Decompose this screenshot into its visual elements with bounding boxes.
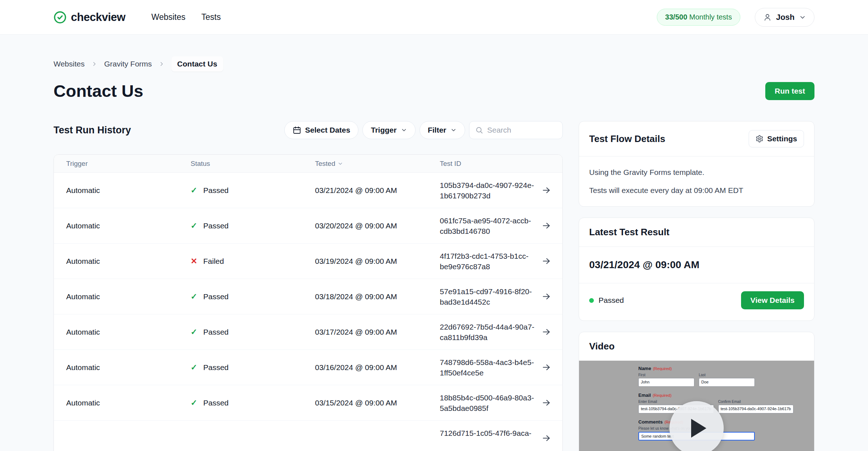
flow-schedule-text: Tests will execute every day at 09:00 AM… — [589, 186, 804, 195]
page-title: Contact Us — [54, 81, 143, 101]
status-label: Passed — [203, 363, 229, 372]
status-x-icon: ✕ — [191, 257, 199, 266]
search-icon — [475, 126, 483, 134]
right-sidebar: Test Flow Details Settings Using the Gra… — [579, 121, 814, 451]
search-input[interactable] — [487, 126, 557, 134]
cell-test-id: 105b3794-da0c-4907-924e-1b61790b273d — [440, 180, 541, 201]
monthly-tests-label: Monthly tests — [689, 13, 732, 21]
status-label: Passed — [203, 222, 229, 230]
cell-tested: 03/20/2024 @ 09:00 AM — [315, 222, 440, 230]
cell-status: ✕ Failed — [191, 257, 315, 266]
table-row[interactable]: Automatic ✓ Passed 03/16/2024 @ 09:00 AM… — [54, 350, 562, 385]
run-test-button[interactable]: Run test — [765, 82, 814, 100]
breadcrumb: Websites Gravity Forms Contact Us — [54, 56, 814, 72]
video-player[interactable]: Name(Required) First John Last Doe — [579, 361, 814, 451]
table-row[interactable]: Automatic ✕ Failed 03/19/2024 @ 09:00 AM… — [54, 244, 562, 279]
row-arrow-icon[interactable] — [541, 433, 554, 443]
monthly-tests-badge: 33/500 Monthly tests — [657, 9, 740, 26]
status-check-icon: ✓ — [191, 398, 199, 408]
latest-result-date: 03/21/2024 @ 09:00 AM — [579, 247, 814, 283]
nav-link-websites[interactable]: Websites — [152, 12, 186, 22]
status-label: Passed — [203, 399, 229, 407]
cell-test-id: 748798d6-558a-4ac3-b4e5-1ff50ef4ce5e — [440, 357, 541, 378]
nav-right-cluster: 33/500 Monthly tests Josh — [657, 8, 814, 27]
logo-text: checkview — [71, 11, 125, 24]
cell-trigger: Automatic — [66, 328, 191, 336]
cell-trigger: Automatic — [66, 292, 191, 301]
top-navbar: checkview Websites Tests 33/500 Monthly … — [0, 0, 868, 35]
row-arrow-icon[interactable] — [541, 292, 554, 301]
cell-status: ✓ Passed — [191, 363, 315, 372]
check-circle-logo-icon — [54, 11, 67, 24]
cell-trigger: Automatic — [66, 363, 191, 372]
form-last-label: Last — [699, 373, 755, 377]
cell-test-id: 4f17f2b3-cdc1-4753-b1cc-be9e976c87a8 — [440, 251, 541, 272]
video-card: Video Name(Required) First John — [579, 332, 814, 451]
cell-test-id: 7126d715-1c05-47f6-9aca- — [440, 428, 541, 449]
cell-status: ✓ Passed — [191, 221, 315, 231]
row-arrow-icon[interactable] — [541, 398, 554, 408]
col-header-trigger[interactable]: Trigger — [66, 160, 191, 168]
latest-result-heading: Latest Test Result — [589, 227, 669, 238]
trigger-dropdown[interactable]: Trigger — [362, 121, 415, 139]
history-heading: Test Run History — [54, 125, 131, 136]
cell-status: ✓ Passed — [191, 292, 315, 301]
form-first-label: First — [638, 373, 694, 377]
settings-button[interactable]: Settings — [749, 130, 804, 147]
breadcrumb-websites[interactable]: Websites — [54, 60, 85, 68]
status-label: Passed — [203, 328, 229, 336]
cell-test-id: 061fc75a-ae95-4072-accb-cdb3bd146780 — [440, 215, 541, 236]
chevron-down-icon — [401, 127, 407, 133]
monthly-tests-count: 33/500 — [665, 13, 687, 21]
status-check-icon: ✓ — [191, 363, 199, 372]
col-header-tested-label: Tested — [315, 160, 335, 168]
cell-tested: 03/18/2024 @ 09:00 AM — [315, 292, 440, 301]
cell-trigger: Automatic — [66, 257, 191, 266]
table-row[interactable]: Automatic ✓ Passed 03/18/2024 @ 09:00 AM… — [54, 279, 562, 314]
cell-status: ✓ Passed — [191, 398, 315, 408]
user-menu[interactable]: Josh — [755, 8, 814, 27]
form-confirm-email-input: test-105b3794-da0c-4907-924e-1b617b — [718, 405, 794, 413]
form-confirm-email-label: Confirm Email — [718, 400, 794, 404]
cell-tested: 03/21/2024 @ 09:00 AM — [315, 186, 440, 195]
cell-test-id: 18b85b4c-d500-46a9-80a3-5a5bdae0985f — [440, 392, 541, 413]
trigger-dropdown-label: Trigger — [371, 126, 396, 134]
gear-icon — [756, 135, 763, 143]
col-header-tested[interactable]: Tested — [315, 160, 440, 168]
latest-result-status: Passed — [589, 296, 624, 305]
row-arrow-icon[interactable] — [541, 256, 554, 266]
form-first-input: John — [638, 378, 694, 387]
filter-dropdown[interactable]: Filter — [420, 121, 465, 139]
latest-result-status-label: Passed — [599, 296, 624, 305]
table-row[interactable]: Automatic ✓ Passed 03/17/2024 @ 09:00 AM… — [54, 314, 562, 350]
flow-template-text: Using the Gravity Forms template. — [589, 168, 804, 177]
select-dates-button[interactable]: Select Dates — [284, 121, 359, 139]
view-details-button[interactable]: View Details — [741, 291, 804, 309]
title-row: Contact Us Run test — [54, 81, 814, 101]
cell-tested: 03/19/2024 @ 09:00 AM — [315, 257, 440, 266]
col-header-status[interactable]: Status — [191, 160, 315, 168]
row-arrow-icon[interactable] — [541, 327, 554, 337]
test-run-history-section: Test Run History Select Dates Trigger — [54, 121, 563, 451]
cell-tested: 03/15/2024 @ 09:00 AM — [315, 399, 440, 407]
play-icon — [691, 419, 706, 438]
nav-link-tests[interactable]: Tests — [201, 12, 221, 22]
table-row[interactable]: 7126d715-1c05-47f6-9aca- — [54, 421, 562, 451]
table-row[interactable]: Automatic ✓ Passed 03/15/2024 @ 09:00 AM… — [54, 385, 562, 421]
filter-dropdown-label: Filter — [428, 126, 446, 134]
play-button[interactable] — [669, 401, 724, 451]
table-row[interactable]: Automatic ✓ Passed 03/20/2024 @ 09:00 AM… — [54, 208, 562, 244]
status-check-icon: ✓ — [191, 292, 199, 301]
status-check-icon: ✓ — [191, 327, 199, 337]
table-row[interactable]: Automatic ✓ Passed 03/21/2024 @ 09:00 AM… — [54, 173, 562, 208]
user-name: Josh — [776, 13, 795, 22]
page-content: Websites Gravity Forms Contact Us Contac… — [0, 56, 868, 451]
form-name-label: Name — [638, 366, 651, 371]
row-arrow-icon[interactable] — [541, 221, 554, 231]
row-arrow-icon[interactable] — [541, 185, 554, 195]
form-email-label: Email — [638, 392, 651, 398]
breadcrumb-gravity-forms[interactable]: Gravity Forms — [104, 60, 152, 68]
app-logo[interactable]: checkview — [54, 11, 125, 24]
row-arrow-icon[interactable] — [541, 362, 554, 372]
chevron-right-icon — [158, 61, 165, 67]
